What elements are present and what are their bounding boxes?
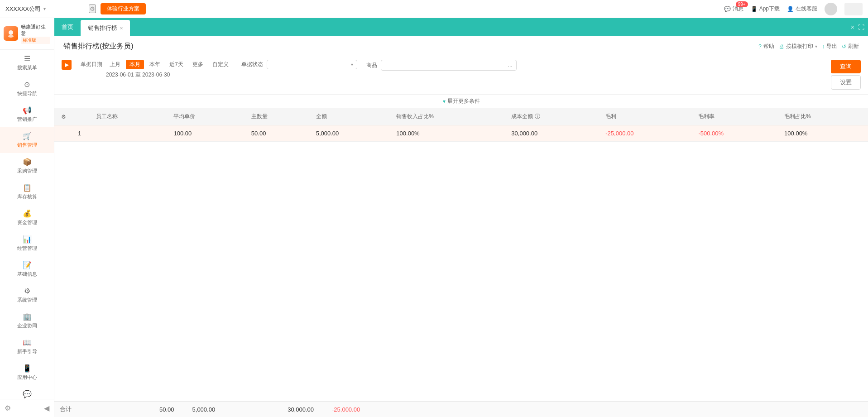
sidebar-item-enterprise[interactable]: 🏢 企业协同	[0, 308, 54, 334]
row-avg-price-cell: 100.00	[168, 125, 245, 142]
col-sales-pct: 销售收入占比%	[391, 108, 506, 125]
sidebar-label-guide: 新手引导	[17, 348, 37, 355]
row-sales-pct-cell: 100.00%	[391, 125, 506, 142]
col-settings[interactable]: ⚙	[54, 108, 72, 125]
status-label: 单据状态	[241, 61, 263, 68]
sidebar-collapse-icon[interactable]: ◀	[44, 404, 49, 412]
sidebar-item-system[interactable]: ⚙ 系统管理	[0, 282, 54, 308]
marketing-icon: 📢	[23, 106, 32, 115]
sidebar-label-basic: 基础信息	[17, 271, 37, 278]
sidebar-item-search[interactable]: ☰ 搜索菜单	[0, 50, 54, 76]
sidebar-nav: ☰ 搜索菜单 ⊙ 快捷导航 📢 营销推广 🛒 销售管理 📦 采购管理 📋 库	[0, 50, 54, 399]
goods-more-icon: ...	[508, 62, 513, 68]
sidebar-item-sales[interactable]: 🛒 销售管理	[0, 127, 54, 153]
table-header-row: ⚙ 员工名称 平均单价 主数量	[54, 108, 868, 125]
tab-home[interactable]: 首页	[54, 18, 81, 36]
row-qty-cell: 50.00	[246, 125, 311, 142]
logo-text-area: 畅康通好生意 标准版	[21, 24, 50, 44]
row-rank-cell: 1	[72, 125, 91, 142]
shortcut-icon: ⊙	[24, 80, 30, 89]
settings-icon[interactable]: ⚙	[89, 5, 96, 13]
trial-button[interactable]: 体验行业方案	[101, 3, 146, 14]
tab-expand-icon[interactable]: ⛶	[858, 24, 864, 31]
app-icon: 📱	[751, 6, 758, 12]
avatar[interactable]	[825, 3, 837, 15]
expand-conditions-btn[interactable]: ▾ 展开更多条件	[443, 97, 480, 105]
date-year-btn[interactable]: 本年	[146, 60, 164, 69]
sidebar-item-inventory[interactable]: 📋 库存核算	[0, 179, 54, 205]
tab-close-icon[interactable]: ×	[120, 25, 123, 31]
goods-filter-group: 商品 ...	[366, 60, 517, 71]
sidebar-item-marketing[interactable]: 📢 营销推广	[0, 101, 54, 127]
date-current-month-btn[interactable]: 本月	[126, 60, 144, 69]
search-menu-icon: ☰	[24, 54, 30, 63]
sidebar-label-system: 系统管理	[17, 297, 37, 303]
sidebar-label-search: 搜索菜单	[17, 64, 37, 71]
service-label: 在线客服	[796, 5, 817, 13]
sidebar-bottom: ⚙ ◀	[0, 399, 54, 417]
sidebar-item-shortcut[interactable]: ⊙ 快捷导航	[0, 76, 54, 101]
online-service-button[interactable]: 👤 在线客服	[787, 5, 817, 13]
sidebar-item-appstore[interactable]: 📱 应用中心	[0, 359, 54, 385]
table-area: ⚙ 员工名称 平均单价 主数量	[54, 108, 868, 401]
tab-close-window-icon[interactable]: ×	[851, 24, 854, 31]
page-content: 销售排行榜(按业务员) ? 帮助 🖨 按模板打印 ▾ ↑ 导出	[54, 36, 868, 417]
sidebar-label-shortcut: 快捷导航	[17, 90, 37, 97]
tab-sales-ranking[interactable]: 销售排行榜 ×	[81, 20, 130, 36]
col-amount: 全额	[311, 108, 391, 125]
row-sales-pct: 100.00%	[396, 130, 419, 137]
table-footer: 合计 50.00 5,000.00 30,000.00 -25,000.00	[54, 401, 868, 417]
message-button[interactable]: 💬 消息 99+	[724, 5, 743, 13]
help-button[interactable]: ? 帮助	[758, 43, 774, 50]
row-cost-cell: 30,000.00	[506, 125, 600, 142]
sidebar-label-marketing: 营销推广	[17, 116, 37, 123]
sidebar-item-wechat[interactable]: 💬 企业微信	[0, 385, 54, 399]
sidebar-item-guide[interactable]: 📖 新手引导	[0, 334, 54, 359]
filter-collapse-btn[interactable]: ▶	[62, 60, 72, 70]
sidebar-item-purchase[interactable]: 📦 采购管理	[0, 153, 54, 179]
date-prev-month-btn[interactable]: 上月	[106, 60, 124, 69]
row-gross-rate: -500.00%	[698, 130, 724, 137]
tab-home-label: 首页	[62, 23, 73, 31]
status-select[interactable]: ▾	[267, 60, 357, 69]
expand-bar[interactable]: ▾ 展开更多条件	[54, 95, 868, 108]
col-employee-name: 员工名称	[91, 108, 168, 125]
company-dropdown-arrow: ▾	[43, 6, 46, 11]
row-amount: 5,000.00	[316, 130, 339, 137]
sidebar-label-purchase: 采购管理	[17, 168, 37, 174]
print-dropdown-arrow: ▾	[815, 44, 817, 49]
date-filter-row: 单据日期 上月 本月 本年 近7天 更多 自定义	[81, 60, 232, 69]
tab-bar: 首页 销售排行榜 × × ⛶	[54, 18, 868, 36]
message-badge: 99+	[736, 1, 748, 7]
row-avg-price: 100.00	[173, 130, 192, 137]
table-body: 1 100.00 50.00	[54, 125, 868, 142]
refresh-icon: ↺	[842, 43, 846, 50]
footer-qty: 50.00	[159, 406, 174, 413]
row-gross-rate-cell: -500.00%	[693, 125, 779, 142]
goods-input[interactable]: ...	[381, 60, 517, 71]
svg-point-0	[9, 30, 13, 35]
app-download-button[interactable]: 📱 App下载	[751, 5, 780, 13]
inventory-icon: 📋	[23, 183, 32, 192]
template-print-button[interactable]: 🖨 按模板打印 ▾	[779, 43, 817, 50]
sidebar-item-operation[interactable]: 📊 经营管理	[0, 230, 54, 256]
export-icon: ↑	[822, 43, 825, 50]
query-button[interactable]: 查询	[831, 60, 861, 73]
date-custom-btn[interactable]: 自定义	[209, 60, 232, 69]
date-more-btn[interactable]: 更多	[189, 60, 207, 69]
message-icon: 💬	[724, 6, 731, 12]
refresh-button[interactable]: ↺ 刷新	[842, 43, 859, 50]
page-header: 销售排行榜(按业务员) ? 帮助 🖨 按模板打印 ▾ ↑ 导出	[54, 36, 868, 55]
system-icon: ⚙	[24, 287, 30, 295]
sidebar-item-basic[interactable]: 📝 基础信息	[0, 256, 54, 282]
sidebar-settings-icon[interactable]: ⚙	[5, 404, 11, 412]
export-button[interactable]: ↑ 导出	[822, 43, 837, 50]
company-selector[interactable]: XXXXXX公司 ▾	[5, 5, 87, 13]
date-7days-btn[interactable]: 近7天	[166, 60, 187, 69]
sidebar-item-finance[interactable]: 💰 资金管理	[0, 205, 54, 230]
tab-bar-right: × ⛶	[851, 24, 868, 31]
col-qty: 主数量	[246, 108, 311, 125]
svg-point-1	[8, 35, 14, 38]
filter-settings-button[interactable]: 设置	[831, 75, 861, 90]
appstore-icon: 📱	[23, 364, 32, 373]
